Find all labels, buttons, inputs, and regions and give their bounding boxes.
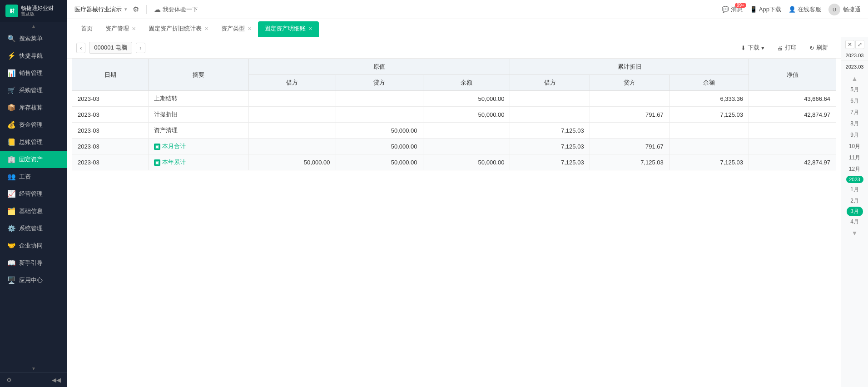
cell-orig-balance: 50,000.00	[423, 107, 510, 123]
fixed-assets-icon: 🏢	[7, 155, 15, 164]
download-button[interactable]: ⬇ 下载 ▾	[737, 42, 768, 54]
user-menu[interactable]: U 畅捷通	[828, 4, 861, 15]
close-icon[interactable]: ✕	[248, 26, 252, 32]
row-summary-text: 上期结转	[154, 95, 178, 102]
timeline-controls: ✕ ⤢	[845, 40, 864, 49]
sidebar-item-label: 基础信息	[19, 207, 43, 215]
company-name: 医疗器械行业演示	[74, 5, 122, 14]
sidebar-item-system[interactable]: ⚙️ 系统管理	[0, 220, 67, 237]
sidebar-item-ops[interactable]: 📈 经营管理	[0, 185, 67, 203]
timeline-month-8[interactable]: 8月	[841, 118, 868, 129]
sidebar-item-collab[interactable]: 🤝 企业协同	[0, 237, 67, 254]
collapse-icon[interactable]: ◀◀	[52, 377, 61, 383]
experience-button[interactable]: ☁ 我要体验一下	[154, 5, 198, 14]
avatar: U	[828, 4, 840, 15]
timeline-month-10[interactable]: 10月	[841, 141, 868, 152]
timeline-month-1[interactable]: 1月	[841, 184, 868, 195]
next-asset-button[interactable]: ›	[136, 43, 145, 53]
cell-orig-balance: 50,000.00	[423, 154, 510, 170]
cell-summary: 计提折旧	[149, 107, 248, 123]
timeline-month-7[interactable]: 7月	[841, 107, 868, 118]
cell-accum-debit: 7,125.03	[510, 154, 590, 170]
tab-home[interactable]: 首页	[74, 21, 99, 37]
timeline-close-button[interactable]: ✕	[845, 40, 854, 49]
sidebar-item-apps[interactable]: 🖥️ 应用中心	[0, 272, 67, 289]
print-icon: 🖨	[777, 45, 783, 51]
sidebar-item-label: 经营管理	[19, 190, 43, 198]
sidebar-item-label: 固定资产	[19, 155, 43, 164]
timeline-year-2023[interactable]: 2023	[846, 176, 863, 183]
service-icon: 👤	[789, 6, 796, 13]
ledger-icon: 📒	[7, 138, 15, 146]
prev-asset-button[interactable]: ‹	[76, 43, 85, 53]
refresh-button[interactable]: ↻ 刷新	[806, 42, 832, 54]
sidebar-item-basic[interactable]: 🗂️ 基础信息	[0, 203, 67, 220]
timeline-month-4[interactable]: 4月	[841, 216, 868, 228]
cell-accum-credit: 791.67	[590, 107, 669, 123]
download-button[interactable]: 📱 App下载	[750, 5, 781, 14]
close-icon[interactable]: ✕	[204, 26, 208, 32]
payroll-icon: 👥	[7, 173, 15, 181]
sidebar-item-purchase[interactable]: 🛒 采购管理	[0, 82, 67, 99]
tab-asset-detail-label: 固定资产明细账	[264, 25, 306, 33]
sidebar-scroll-up[interactable]: ▲	[0, 22, 67, 30]
timeline-month-5[interactable]: 5月	[841, 84, 868, 95]
sidebar-item-ledger[interactable]: 📒 总账管理	[0, 134, 67, 151]
finance-icon: 💰	[7, 121, 15, 129]
timeline-scroll-down[interactable]: ▼	[849, 228, 860, 238]
service-button[interactable]: 👤 在线客服	[789, 5, 821, 14]
tab-asset-type[interactable]: 资产类型 ✕	[215, 21, 258, 37]
message-button[interactable]: 💬 消息 99+	[722, 5, 743, 14]
timeline-month-6[interactable]: 6月	[841, 95, 868, 107]
cell-date: 2023-03	[72, 123, 149, 139]
tab-asset-mgmt[interactable]: 资产管理 ✕	[99, 21, 142, 37]
timeline-scroll-up[interactable]: ▲	[849, 73, 860, 84]
sidebar-item-sales[interactable]: 📊 销售管理	[0, 64, 67, 82]
company-selector[interactable]: 医疗器械行业演示 ▾	[74, 5, 127, 14]
sidebar-scroll-down[interactable]: ▼	[0, 365, 67, 372]
sidebar-item-payroll[interactable]: 👥 工资	[0, 168, 67, 185]
timeline-month-9[interactable]: 9月	[841, 129, 868, 141]
sidebar: 财 畅捷通好业财 普及版 ▲ 🔍 搜索菜单 ⚡ 快捷导航 📊 销售管理 🛒 采购…	[0, 0, 67, 387]
print-button[interactable]: 🖨 打印	[774, 42, 800, 54]
timeline-month-3[interactable]: 3月	[847, 207, 863, 216]
settings-button[interactable]: ⚙	[133, 5, 139, 14]
close-icon[interactable]: ✕	[308, 26, 312, 32]
cell-orig-debit	[248, 139, 336, 154]
close-icon[interactable]: ✕	[132, 26, 136, 32]
app-name: 畅捷通好业财	[21, 5, 54, 11]
tab-depreciation-stats[interactable]: 固定资产折旧统计表 ✕	[142, 21, 215, 37]
sidebar-item-fixed-assets[interactable]: 🏢 固定资产	[0, 151, 67, 168]
cell-orig-balance	[423, 123, 510, 139]
sidebar-item-label: 采购管理	[19, 86, 43, 94]
sidebar-item-nav[interactable]: ⚡ 快捷导航	[0, 47, 67, 64]
download-icon: ⬇	[741, 45, 746, 51]
asset-nav: ‹ 000001 电脑 ›	[76, 42, 145, 54]
content-area: ‹ 000001 电脑 › ⬇ 下载 ▾ 🖨 打印 ↻	[67, 37, 868, 387]
sidebar-item-search[interactable]: 🔍 搜索菜单	[0, 30, 67, 47]
timeline-expand-button[interactable]: ⤢	[855, 40, 864, 49]
tabs-bar: 首页 资产管理 ✕ 固定资产折旧统计表 ✕ 资产类型 ✕ 固定资产明细账 ✕	[67, 19, 868, 37]
sidebar-item-guide[interactable]: 📖 新手引导	[0, 254, 67, 272]
sidebar-item-inventory[interactable]: 📦 库存核算	[0, 99, 67, 116]
cell-orig-credit	[336, 107, 423, 123]
timeline-month-2[interactable]: 2月	[841, 195, 868, 207]
app-version: 普及版	[21, 11, 54, 17]
message-badge: 99+	[735, 3, 746, 8]
message-icon: 💬	[722, 6, 729, 13]
download-label: 下载	[748, 44, 759, 52]
cell-orig-debit	[248, 107, 336, 123]
sidebar-item-finance[interactable]: 💰 资金管理	[0, 116, 67, 134]
cell-accum-credit: 7,125.03	[590, 154, 669, 170]
col-orig-balance: 余额	[423, 75, 510, 91]
timeline-month-11[interactable]: 11月	[841, 152, 868, 164]
tab-asset-detail[interactable]: 固定资产明细账 ✕	[258, 21, 319, 37]
timeline-month-12[interactable]: 12月	[841, 164, 868, 175]
settings-icon[interactable]: ⚙	[6, 377, 12, 383]
summary-icon: ▣	[154, 144, 160, 150]
collab-icon: 🤝	[7, 242, 15, 250]
cell-orig-debit	[248, 123, 336, 139]
cell-accum-credit	[590, 91, 669, 107]
toolbar-actions: ⬇ 下载 ▾ 🖨 打印 ↻ 刷新	[737, 42, 832, 54]
cell-net	[749, 123, 836, 139]
